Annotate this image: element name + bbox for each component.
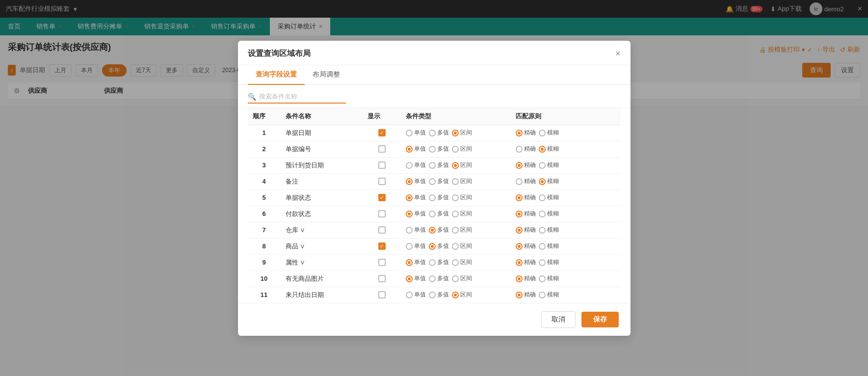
tab-query-fields-label: 查询字段设置 — [256, 70, 297, 78]
modal-title: 设置查询区域布局 — [248, 49, 311, 59]
search-box: 🔍 — [248, 91, 346, 104]
search-row: 🔍 — [238, 85, 631, 106]
tab-query-fields[interactable]: 查询字段设置 — [248, 65, 305, 85]
modal-overlay: 设置查询区域布局 × 查询字段设置 布局调整 🔍 — [0, 0, 868, 106]
modal-header: 设置查询区域布局 × — [238, 41, 631, 65]
search-input[interactable] — [259, 93, 338, 100]
tab-layout-adjust[interactable]: 布局调整 — [305, 65, 348, 85]
modal-tabs: 查询字段设置 布局调整 — [238, 65, 631, 85]
modal-close-button[interactable]: × — [615, 49, 621, 58]
search-icon: 🔍 — [248, 93, 256, 101]
tab-layout-adjust-label: 布局调整 — [313, 70, 340, 78]
settings-modal: 设置查询区域布局 × 查询字段设置 布局调整 🔍 — [238, 41, 631, 106]
